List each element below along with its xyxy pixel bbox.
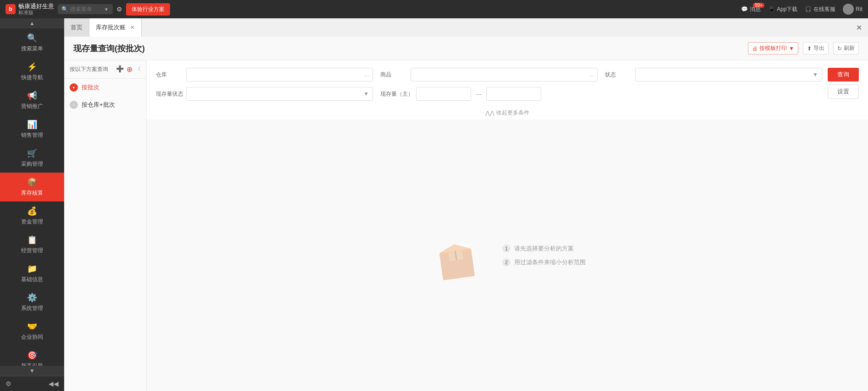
phone-icon: 📱 — [768, 6, 775, 12]
sidebar-item-inventory[interactable]: 📦 库存核算 — [0, 173, 64, 201]
avatar — [843, 4, 854, 15]
sidebar-item-finance[interactable]: 💰 资金管理 — [0, 201, 64, 230]
sidebar: ▲ 🔍 搜索菜单 ⚡ 快捷导航 📢 营销推广 📊 销售管理 🛒 采购管理 — [0, 18, 64, 391]
filter-goods: 商品 ... — [380, 68, 598, 81]
sidebar-item-label: 搜索菜单 — [21, 45, 43, 53]
refresh-label: 刷新 — [844, 44, 855, 52]
content-area: 首页 库存批次账 ✕ ✕ 现存量查询(按批次) 🖨 按模板打印 ▼ — [64, 18, 868, 391]
online-service-button[interactable]: 🎧 在线客服 — [805, 5, 835, 13]
export-button[interactable]: ⬆ 导出 — [803, 42, 829, 54]
plan-inactive-icon: ○ — [70, 101, 78, 109]
status-label: 状态 — [605, 71, 632, 79]
hint-number-1: 1 — [502, 244, 511, 253]
page-content: 现存量查询(按批次) 🖨 按模板打印 ▼ ⬆ 导出 ↻ 刷新 — [64, 37, 868, 391]
inventory-icon: 📦 — [27, 177, 37, 187]
messages-button[interactable]: 💬 消息 99+ — [741, 5, 761, 13]
sidebar-item-label: 新手引导 — [21, 362, 43, 366]
hint-item-1: 1 请先选择要分析的方案 — [502, 244, 586, 253]
right-panel: 仓库 ... 商品 — [147, 60, 868, 391]
collapse-panel-icon[interactable]: 《 — [135, 65, 141, 74]
messages-badge: 99+ — [753, 3, 764, 8]
sidebar-scroll-down[interactable]: ▼ — [0, 366, 64, 376]
hint-item-2: 2 用过滤条件来缩小分析范围 — [502, 258, 586, 266]
tab-close-icon[interactable]: ✕ — [130, 24, 135, 31]
top-bar: b 畅康通好生意 标准版 🔍 ▼ ⚙ 体验行业方案 💬 消息 99+ 📱 App… — [0, 0, 868, 18]
manage-plan-icon[interactable]: ⊕ — [126, 65, 132, 74]
empty-illustration-svg — [429, 228, 484, 283]
main-body: 按以下方案查询 ➕ ⊕ 《 ● 按批次 ○ 按仓库+批次 — [64, 60, 868, 391]
app-name: 畅康通好生意 — [18, 3, 54, 10]
search-bar[interactable]: 🔍 ▼ — [58, 4, 113, 14]
sidebar-item-base-info[interactable]: 📁 基础信息 — [0, 259, 64, 288]
username: Rit — [856, 6, 863, 12]
guide-icon: 🎯 — [27, 350, 37, 360]
gear-icon[interactable]: ⚙ — [5, 380, 11, 387]
sidebar-item-search[interactable]: 🔍 搜索菜单 — [0, 28, 64, 57]
search-input[interactable] — [70, 6, 102, 12]
app-download-button[interactable]: 📱 App下载 — [768, 5, 797, 13]
settings-button[interactable]: 设置 — [828, 84, 859, 99]
print-icon: 🖨 — [752, 45, 758, 52]
collapse-up-icon: ⋀⋀ — [485, 110, 494, 116]
inventory-status-select[interactable]: ▼ — [186, 87, 373, 101]
plan-active-icon: ● — [70, 83, 78, 92]
search-icon: 🔍 — [61, 6, 68, 12]
sidebar-scroll-up[interactable]: ▲ — [0, 18, 64, 28]
sidebar-item-new-guide[interactable]: 🎯 新手引导 — [0, 346, 64, 366]
system-icon: ⚙️ — [27, 293, 37, 303]
more-icon: ... — [364, 71, 369, 78]
sidebar-bottom: ⚙ ◀◀ — [0, 376, 64, 391]
filter-row-2: 现存量状态 ▼ 现存量（主） — [156, 87, 822, 101]
filter-action-buttons: 查询 设置 — [822, 68, 859, 99]
trial-button[interactable]: 体验行业方案 — [126, 3, 170, 16]
left-panel: 按以下方案查询 ➕ ⊕ 《 ● 按批次 ○ 按仓库+批次 — [64, 60, 147, 391]
sidebar-item-system[interactable]: ⚙️ 系统管理 — [0, 288, 64, 317]
refresh-button[interactable]: ↻ 刷新 — [833, 42, 859, 54]
sidebar-item-marketing[interactable]: 📢 营销推广 — [0, 86, 64, 115]
qty-from-input[interactable] — [416, 87, 471, 101]
qty-to-input[interactable] — [486, 87, 541, 101]
sidebar-item-collab[interactable]: 🤝 企业协同 — [0, 317, 64, 346]
hint-text-1: 请先选择要分析的方案 — [514, 244, 574, 253]
tab-home[interactable]: 首页 — [64, 18, 89, 37]
finance-icon: 💰 — [27, 206, 37, 216]
inventory-status-label: 现存量状态 — [156, 90, 183, 98]
sidebar-item-label: 营销推广 — [21, 103, 43, 110]
print-button[interactable]: 🖨 按模板打印 ▼ — [748, 42, 798, 54]
sidebar-item-label: 资金管理 — [21, 218, 43, 226]
empty-hints: 1 请先选择要分析的方案 2 用过滤条件来缩小分析范围 — [502, 244, 586, 266]
sidebar-item-label: 系统管理 — [21, 304, 43, 312]
sidebar-item-label: 基础信息 — [21, 276, 43, 283]
main-layout: ▲ 🔍 搜索菜单 ⚡ 快捷导航 📢 营销推广 📊 销售管理 🛒 采购管理 — [0, 18, 868, 391]
plan-item-label: 按仓库+批次 — [82, 101, 115, 109]
sidebar-item-purchase[interactable]: 🛒 采购管理 — [0, 144, 64, 173]
sidebar-item-operations[interactable]: 📋 经营管理 — [0, 230, 64, 259]
close-tab-button[interactable]: ✕ — [850, 18, 868, 37]
base-info-icon: 📁 — [27, 264, 37, 274]
user-profile[interactable]: Rit — [843, 4, 863, 15]
sidebar-item-label: 采购管理 — [21, 160, 43, 168]
chevron-down-icon: ▼ — [813, 71, 818, 78]
empty-illustration — [429, 228, 484, 283]
filter-row-1: 仓库 ... 商品 — [156, 68, 822, 81]
query-button[interactable]: 查询 — [828, 68, 859, 81]
sidebar-item-sales[interactable]: 📊 销售管理 — [0, 115, 64, 144]
plan-item-by-batch[interactable]: ● 按批次 — [64, 79, 146, 96]
status-select[interactable]: ▼ — [635, 68, 822, 81]
more-icon: ... — [589, 71, 593, 78]
operations-icon: 📋 — [27, 235, 37, 245]
warehouse-input[interactable]: ... — [186, 68, 373, 81]
sidebar-scroll: 🔍 搜索菜单 ⚡ 快捷导航 📢 营销推广 📊 销售管理 🛒 采购管理 📦 — [0, 28, 64, 366]
purchase-icon: 🛒 — [27, 148, 37, 158]
filter-warehouse: 仓库 ... — [156, 68, 373, 81]
chevron-down-icon: ▼ — [104, 7, 109, 12]
settings-icon[interactable]: ⚙ — [116, 5, 122, 13]
tab-inventory-batch[interactable]: 库存批次账 ✕ — [89, 18, 142, 37]
add-plan-icon[interactable]: ➕ — [116, 65, 124, 74]
collapse-sidebar-icon[interactable]: ◀◀ — [49, 380, 59, 387]
goods-input[interactable]: ... — [411, 68, 598, 81]
sidebar-item-quick-nav[interactable]: ⚡ 快捷导航 — [0, 57, 64, 86]
filter-qty: 现存量（主） — — [380, 87, 598, 101]
plan-item-by-warehouse-batch[interactable]: ○ 按仓库+批次 — [64, 96, 146, 114]
collapse-more-button[interactable]: ⋀⋀ 收起更多条件 — [147, 106, 868, 119]
